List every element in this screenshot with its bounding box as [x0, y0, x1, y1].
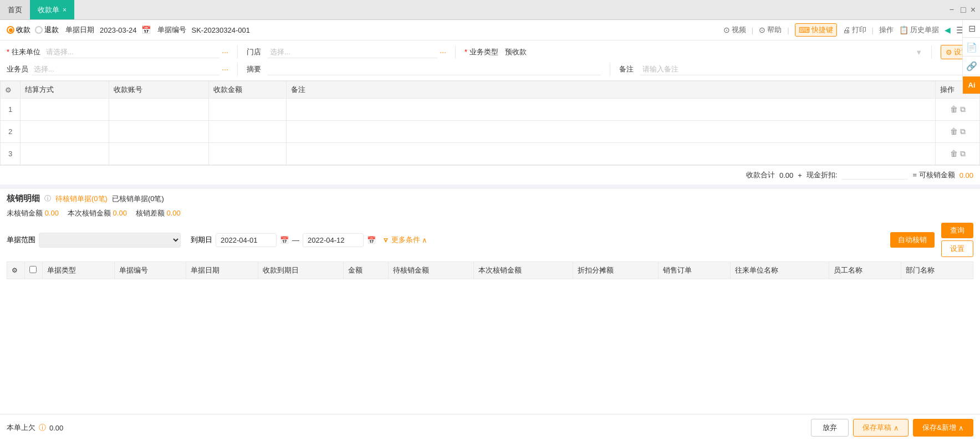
sidebar-link-icon[interactable]: 🔗 [963, 58, 980, 75]
row3-account[interactable] [109, 143, 209, 165]
range-select[interactable] [39, 233, 181, 248]
help-btn[interactable]: ⊙ 帮助 [759, 25, 782, 35]
biz-type-dropdown-icon[interactable]: ▼ [915, 48, 922, 57]
vth-bill-no: 单据编号 [114, 262, 186, 279]
row2-settle[interactable] [21, 121, 109, 143]
abandon-btn[interactable]: 放弃 [811, 419, 849, 437]
tab-current[interactable]: 收款单 × [30, 0, 74, 19]
row3-copy-icon[interactable]: ⧉ [960, 149, 966, 158]
verify-settings-btn[interactable]: 设置 [941, 240, 973, 257]
radio-receive-circle [7, 26, 14, 34]
done-tab[interactable]: 已核销单据(0笔) [112, 194, 164, 204]
video-icon: ⊙ [723, 25, 730, 34]
salesman-more-icon[interactable]: ··· [222, 65, 228, 74]
vth-checkbox[interactable] [25, 262, 43, 279]
row2-remark[interactable] [287, 121, 936, 143]
date-dash: — [292, 236, 299, 244]
row3-delete-icon[interactable]: 🗑 [950, 149, 958, 158]
vth-sales-order: 销售订单 [659, 262, 731, 279]
video-btn[interactable]: ⊙ 视频 [723, 25, 746, 35]
counterpart-label: 往来单位 [7, 47, 44, 57]
store-input[interactable] [268, 46, 437, 58]
row2-copy-icon[interactable]: ⧉ [960, 127, 966, 136]
row3-remark[interactable] [287, 143, 936, 165]
summary-input[interactable] [268, 63, 601, 75]
biz-type-group: 业务类型 预收款 ▼ [465, 47, 922, 57]
shortcut-btn[interactable]: ⌨ 快捷键 [795, 23, 837, 37]
vth-settings[interactable]: ⚙ [7, 262, 25, 279]
bottom-info-icon[interactable]: ⓘ [39, 423, 46, 433]
radio-refund[interactable]: 退款 [35, 25, 59, 35]
date-from-icon[interactable]: 📅 [280, 236, 289, 244]
table-settings-icon[interactable]: ⚙ [5, 86, 12, 94]
verify-info-icon[interactable]: ⓘ [44, 194, 51, 203]
history-icon: 📋 [899, 25, 908, 34]
row1-remark[interactable] [287, 99, 936, 121]
vth-amount: 金额 [344, 262, 389, 279]
draft-btn[interactable]: 保存草稿 ∧ [853, 419, 908, 437]
maximize-icon[interactable]: □ [961, 5, 966, 15]
vth-pending: 待核销金额 [389, 262, 474, 279]
diff-value: 0.00 [167, 209, 181, 217]
query-btn-col: 查询 设置 [941, 223, 973, 257]
main-content: 收款 退款 单据日期 2023-03-24 📅 单据编号 SK-20230324… [0, 20, 980, 441]
print-btn[interactable]: 🖨 打印 [843, 25, 866, 35]
discount-input[interactable] [841, 171, 908, 180]
calendar-icon[interactable]: 📅 [141, 25, 151, 34]
window-controls: － □ × [947, 4, 980, 16]
row3-actions: 🗑 ⧉ [936, 143, 980, 165]
counterpart-more-icon[interactable]: ··· [222, 48, 228, 57]
minimize-icon[interactable]: － [947, 4, 956, 16]
store-more-icon[interactable]: ··· [440, 48, 446, 57]
close-window-icon[interactable]: × [971, 5, 976, 15]
query-btn[interactable]: 查询 [941, 223, 973, 238]
sidebar-table-icon[interactable]: ⊟ [963, 20, 980, 38]
prev-arrow[interactable]: ◀ [945, 25, 951, 34]
date-to-icon[interactable]: 📅 [367, 236, 376, 244]
shortcut-icon: ⌨ [799, 25, 810, 34]
summary-label: 摘要 [247, 64, 264, 74]
counterpart-input[interactable] [44, 46, 220, 58]
collapse-icon[interactable]: ∧ [422, 236, 427, 244]
operation-label: 操作 [879, 25, 894, 35]
pending-tab[interactable]: 待核销单据(0笔) [55, 194, 108, 204]
salesman-group: 业务员 ··· [7, 63, 228, 75]
tab-close-icon[interactable]: × [63, 6, 67, 14]
row1-amount[interactable] [209, 99, 287, 121]
radio-receive[interactable]: 收款 [7, 25, 30, 35]
row1-copy-icon[interactable]: ⧉ [960, 105, 966, 114]
row1-settle[interactable] [21, 99, 109, 121]
row1-delete-icon[interactable]: 🗑 [950, 105, 958, 114]
row3-settle[interactable] [21, 143, 109, 165]
row2-account[interactable] [109, 121, 209, 143]
remark-input[interactable] [640, 63, 973, 75]
row2-delete-icon[interactable]: 🗑 [950, 127, 958, 136]
bill-no-label: 单据编号 [157, 25, 186, 35]
diff-label: 核销差额 0.00 [136, 208, 181, 218]
save-new-btn[interactable]: 保存&新增 ∧ [913, 419, 973, 437]
save-new-arrow-icon: ∧ [958, 424, 964, 432]
row2-amount[interactable] [209, 121, 287, 143]
verify-table: ⚙ 单据类型 单据编号 单据日期 收款到期日 金额 待核销金额 本次核销金额 折… [7, 261, 973, 279]
vth-counterpart: 往来单位名称 [730, 262, 829, 279]
more-conditions-btn[interactable]: ⛛ 更多条件 ∧ [382, 235, 427, 245]
sidebar-doc-icon[interactable]: 📄 [963, 39, 980, 57]
th-remark-label: 备注 [291, 85, 305, 94]
date-to-input[interactable] [303, 233, 364, 247]
date-from-input[interactable] [216, 233, 277, 247]
row1-account[interactable] [109, 99, 209, 121]
history-btn[interactable]: 📋 历史单据 [899, 25, 939, 35]
row3-amount[interactable] [209, 143, 287, 165]
draft-arrow-icon: ∧ [894, 424, 899, 432]
select-all-checkbox[interactable] [29, 266, 37, 273]
sidebar-ai-icon[interactable]: Ai [963, 76, 980, 94]
gear-th[interactable]: ⚙ [1, 81, 21, 99]
operation-btn[interactable]: 操作 [879, 25, 894, 35]
form-row-2: 业务员 ··· 摘要 备注 [7, 63, 973, 76]
auto-write-btn[interactable]: 自动核销 [890, 232, 935, 248]
help-label: 帮助 [767, 25, 782, 35]
salesman-input[interactable] [32, 63, 220, 75]
total-row: 收款合计 0.00 + 现金折扣: = 可核销金额 0.00 [0, 165, 980, 184]
subtotal-value: 0.00 [779, 171, 793, 180]
tab-home[interactable]: 首页 [0, 0, 30, 19]
